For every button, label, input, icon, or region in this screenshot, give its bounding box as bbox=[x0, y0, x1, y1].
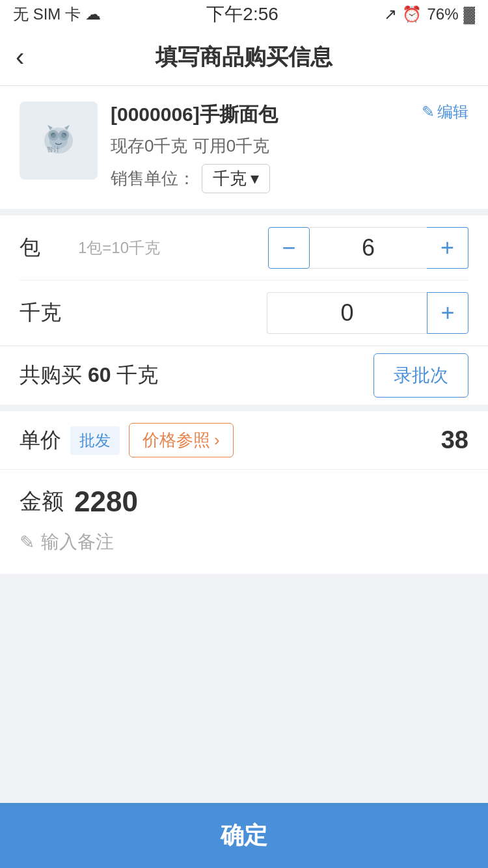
kg-qty-control: + bbox=[267, 292, 468, 334]
nav-bar: ‹ 填写商品购买信息 bbox=[0, 29, 488, 86]
remark-row[interactable]: ✎ 输入备注 bbox=[20, 530, 468, 554]
quantity-section: 包 1包=10千克 − + 千克 + bbox=[0, 215, 488, 346]
amount-row: 金额 2280 bbox=[20, 485, 468, 518]
unit-label: 销售单位： bbox=[111, 167, 195, 190]
product-info: [0000006]手撕面包 ✎ 编辑 现存0千克 可用0千克 销售单位： 千克 … bbox=[111, 102, 468, 193]
bao-minus-button[interactable]: − bbox=[268, 227, 310, 269]
price-ref-button[interactable]: 价格参照 › bbox=[129, 423, 234, 457]
summary-text: 共购买 60 千克 bbox=[20, 361, 158, 390]
price-value: 38 bbox=[441, 426, 468, 454]
bao-hint: 1包=10千克 bbox=[78, 237, 268, 258]
amount-section: 金额 2280 ✎ 输入备注 bbox=[0, 470, 488, 580]
bao-qty-control: − + bbox=[268, 227, 468, 269]
product-name: [0000006]手撕面包 bbox=[111, 102, 278, 128]
remark-placeholder: 输入备注 bbox=[41, 530, 114, 554]
chevron-down-icon: ▾ bbox=[251, 169, 259, 189]
location-icon: ↗ bbox=[384, 5, 397, 23]
bao-qty-input[interactable] bbox=[310, 227, 427, 269]
kg-row: 千克 + bbox=[20, 280, 468, 346]
product-logo: 智计 bbox=[36, 116, 81, 165]
price-tag: 批发 bbox=[70, 426, 120, 455]
kg-plus-button[interactable]: + bbox=[427, 292, 468, 334]
product-unit-row: 销售单位： 千克 ▾ bbox=[111, 164, 468, 193]
amount-value: 2280 bbox=[74, 485, 138, 518]
unit-selector[interactable]: 千克 ▾ bbox=[202, 164, 270, 193]
summary-suffix: 千克 bbox=[116, 363, 158, 387]
amount-label: 金额 bbox=[20, 487, 64, 517]
unit-value: 千克 bbox=[213, 167, 247, 190]
status-bar: 无 SIM 卡 ☁ 下午2:56 ↗ ⏰ 76% ▓ bbox=[0, 0, 488, 29]
battery-label: 76% bbox=[427, 5, 458, 23]
edit-button[interactable]: ✎ 编辑 bbox=[422, 102, 468, 122]
empty-area bbox=[0, 580, 488, 763]
svg-text:智计: 智计 bbox=[47, 146, 60, 153]
kg-label: 千克 bbox=[20, 299, 72, 327]
page-title: 填写商品购买信息 bbox=[156, 42, 332, 72]
bao-label: 包 bbox=[20, 234, 72, 262]
edit-icon: ✎ bbox=[422, 103, 435, 121]
price-label: 单价 bbox=[20, 426, 61, 455]
product-thumbnail: 智计 bbox=[20, 102, 98, 180]
price-ref-arrow-icon: › bbox=[214, 430, 220, 450]
sim-wifi-label: 无 SIM 卡 ☁ bbox=[13, 4, 101, 25]
kg-qty-input[interactable] bbox=[267, 292, 427, 334]
battery-icon: ▓ bbox=[464, 5, 476, 23]
confirm-button[interactable]: 确定 bbox=[0, 803, 488, 868]
price-section: 单价 批发 价格参照 › 38 bbox=[0, 411, 488, 470]
pencil-icon: ✎ bbox=[20, 532, 34, 553]
back-button[interactable]: ‹ bbox=[16, 42, 24, 72]
summary-amount: 60 bbox=[88, 363, 116, 387]
bao-row: 包 1包=10千克 − + bbox=[20, 215, 468, 280]
alarm-icon: ⏰ bbox=[402, 5, 422, 23]
bao-plus-button[interactable]: + bbox=[427, 227, 468, 269]
summary-prefix: 共购买 bbox=[20, 363, 82, 387]
status-left: 无 SIM 卡 ☁ bbox=[13, 4, 101, 25]
product-stock: 现存0千克 可用0千克 bbox=[111, 135, 468, 157]
price-ref-label: 价格参照 bbox=[142, 429, 210, 452]
status-right: ↗ ⏰ 76% ▓ bbox=[384, 5, 475, 23]
summary-section: 共购买 60 千克 录批次 bbox=[0, 346, 488, 411]
product-card: 智计 [0000006]手撕面包 ✎ 编辑 现存0千克 可用0千克 销售单位： … bbox=[0, 86, 488, 215]
status-time: 下午2:56 bbox=[206, 2, 278, 27]
edit-label: 编辑 bbox=[437, 102, 468, 122]
batch-button[interactable]: 录批次 bbox=[373, 353, 468, 398]
